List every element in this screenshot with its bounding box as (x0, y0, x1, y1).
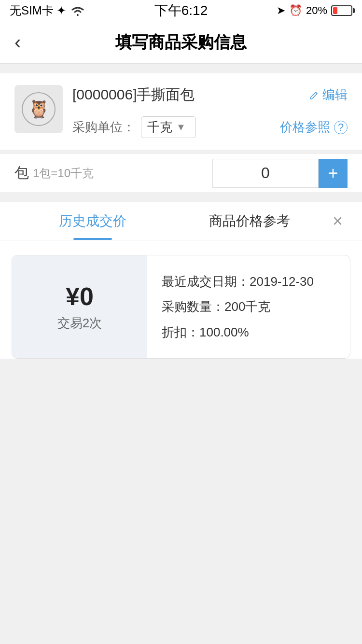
product-card: 🦉 [0000006]手撕面包 编辑 采购单位： 千克 (0, 73, 362, 150)
battery-text: 20% (306, 4, 327, 17)
tab-close-button[interactable]: × (328, 206, 348, 236)
product-info: [0000006]手撕面包 编辑 采购单位： 千克 ▼ (72, 85, 348, 138)
trade-right: 最近成交日期：2019-12-30 采购数量：200千克 折扣：100.00% (147, 255, 350, 358)
tab-price-ref[interactable]: 商品价格参考 (171, 202, 327, 240)
product-logo-icon: 🦉 (28, 99, 50, 119)
purchase-unit-label: 采购单位： (72, 119, 135, 136)
price-ref-label: 价格参照 (280, 119, 330, 136)
edit-button[interactable]: 编辑 (309, 86, 348, 103)
product-name: [0000006]手撕面包 (72, 85, 195, 105)
unit-select[interactable]: 千克 ▼ (141, 116, 196, 138)
unit-value: 千克 (147, 119, 172, 136)
tab-history-price[interactable]: 历史成交价 (14, 202, 171, 240)
quantity-label: 包 1包=10千克 (14, 163, 94, 183)
help-icon[interactable]: ? (334, 121, 348, 134)
quantity-section: 包 1包=10千克 + (0, 154, 362, 192)
recent-date-value: 2019-12-30 (250, 274, 314, 289)
battery-icon (331, 5, 352, 16)
nav-bar: ‹ 填写商品采购信息 (0, 21, 362, 64)
purchase-qty-label: 采购数量： (162, 299, 224, 314)
trade-count: 交易2次 (57, 315, 102, 332)
status-right: ➤ ⏰ 20% (277, 4, 352, 17)
purchase-unit-row: 采购单位： 千克 ▼ 价格参照 ? (72, 116, 348, 138)
edit-label: 编辑 (322, 86, 348, 103)
tabs-section: 历史成交价 商品价格参考 × ¥0 交易2次 最近成交日期：2019-12-30… (0, 202, 362, 359)
product-image: 🦉 (14, 85, 63, 133)
quantity-input[interactable] (212, 159, 319, 188)
quantity-plus-button[interactable]: + (319, 159, 348, 188)
tab-price-ref-label: 商品价格参考 (209, 212, 290, 230)
trade-card: ¥0 交易2次 最近成交日期：2019-12-30 采购数量：200千克 折扣：… (12, 255, 350, 359)
tab-history-label: 历史成交价 (59, 212, 126, 230)
status-bar: 无SIM卡 ✦ 下午6:12 ➤ ⏰ 20% (0, 0, 362, 21)
price-value: 0 (80, 282, 94, 310)
product-header: 🦉 [0000006]手撕面包 编辑 采购单位： 千克 (14, 85, 348, 138)
carrier-text: 无SIM卡 ✦ (10, 3, 66, 18)
discount-value: 100.00% (199, 325, 249, 339)
product-name-row: [0000006]手撕面包 编辑 (72, 85, 348, 105)
trade-purchase-qty-row: 采购数量：200千克 (162, 298, 335, 315)
product-image-inner: 🦉 (22, 92, 56, 126)
purchase-unit-left: 采购单位： 千克 ▼ (72, 116, 196, 138)
status-left: 无SIM卡 ✦ (10, 3, 84, 18)
trade-left: ¥0 交易2次 (12, 255, 147, 358)
purchase-qty-value: 200千克 (224, 299, 270, 314)
unit-bao-label: 包 (14, 163, 29, 183)
price-ref-button[interactable]: 价格参照 ? (280, 119, 348, 136)
quantity-controls: + (212, 159, 348, 188)
tabs-header: 历史成交价 商品价格参考 × (0, 202, 362, 240)
location-icon: ➤ (277, 4, 285, 17)
currency-symbol: ¥ (66, 282, 80, 310)
edit-icon (309, 90, 320, 100)
trade-discount-row: 折扣：100.00% (162, 323, 335, 341)
dropdown-arrow-icon: ▼ (176, 122, 186, 133)
back-button[interactable]: ‹ (10, 27, 26, 58)
page-title: 填写商品采购信息 (115, 31, 247, 54)
trade-recent-date-row: 最近成交日期：2019-12-30 (162, 273, 335, 290)
battery-fill (333, 7, 337, 14)
unit-equiv-label: 1包=10千克 (33, 166, 94, 181)
trade-price: ¥0 (66, 282, 94, 311)
discount-label: 折扣： (162, 325, 199, 339)
recent-date-label: 最近成交日期： (162, 274, 250, 289)
status-time: 下午6:12 (154, 1, 208, 20)
alarm-icon: ⏰ (289, 4, 302, 17)
bottom-space (0, 373, 362, 644)
wifi-icon (71, 5, 84, 16)
